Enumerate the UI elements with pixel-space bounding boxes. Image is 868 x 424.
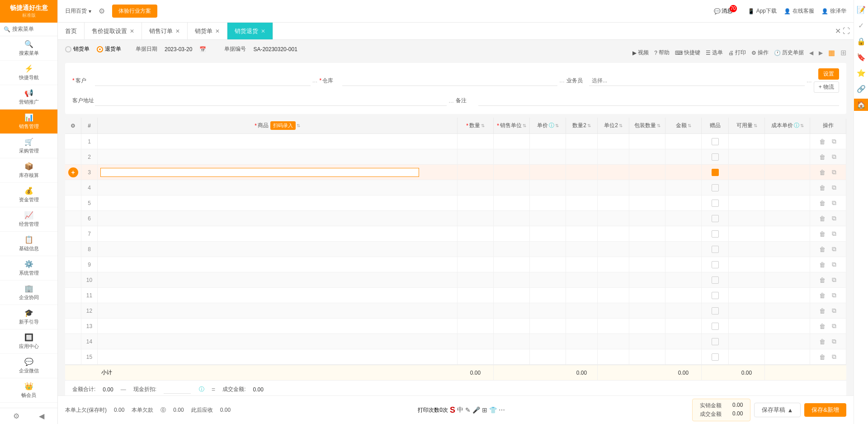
td-qty-7[interactable] xyxy=(458,226,494,241)
settings-bottom-icon[interactable]: ⚙ xyxy=(13,412,19,420)
td-qty-8[interactable] xyxy=(458,242,494,257)
td-unit2-5[interactable] xyxy=(598,195,629,210)
tab-home[interactable]: 首页 xyxy=(58,23,85,39)
sidebar-item-marketing[interactable]: 📢 营销推广 xyxy=(0,85,57,110)
copy-row-9[interactable]: ⧉ xyxy=(829,260,839,270)
td-unit2-12[interactable] xyxy=(598,303,629,318)
td-product-1[interactable] xyxy=(98,134,458,149)
tab-close-sales-return[interactable]: ✕ xyxy=(261,28,265,34)
td-amount-15[interactable] xyxy=(665,349,702,364)
sidebar-item-newbie[interactable]: 🎓 新手引导 xyxy=(0,305,57,329)
td-price-11[interactable] xyxy=(530,288,566,303)
delete-row-7[interactable]: 🗑 xyxy=(817,229,827,239)
copy-row-3[interactable]: ⧉ xyxy=(829,167,839,177)
user-profile[interactable]: 👤 徐泽华 xyxy=(821,7,846,15)
td-price-8[interactable] xyxy=(530,242,566,257)
price-info-icon[interactable]: ⓘ xyxy=(549,122,554,129)
td-gift-1[interactable] xyxy=(702,134,729,149)
td-unit-2[interactable] xyxy=(494,149,530,164)
td-gift-2[interactable] xyxy=(702,149,729,164)
save-draft-button[interactable]: 保存草稿 ▲ xyxy=(754,403,801,417)
radio-delivery[interactable]: 销货单 xyxy=(65,45,90,53)
td-unit-5[interactable] xyxy=(494,195,530,210)
sidebar-search[interactable]: 🔍 搜索菜单 xyxy=(0,23,57,36)
tab-price-settings[interactable]: 售价提取设置✕ xyxy=(85,23,142,39)
video-link[interactable]: ▶ 视频 xyxy=(632,49,649,57)
td-pkg-14[interactable] xyxy=(629,334,665,349)
td-amount-11[interactable] xyxy=(665,288,702,303)
copy-row-5[interactable]: ⧉ xyxy=(829,198,839,208)
table-row[interactable]: 1 🗑 ⧉ xyxy=(65,134,846,149)
delete-row-13[interactable]: 🗑 xyxy=(817,321,827,331)
td-price-9[interactable] xyxy=(530,257,566,272)
sidebar-item-appstore[interactable]: 🔲 应用中心 xyxy=(0,329,57,354)
td-pkg-9[interactable] xyxy=(629,257,665,272)
td-cost-5[interactable] xyxy=(765,195,810,210)
td-product-11[interactable] xyxy=(98,288,458,303)
td-unit-15[interactable] xyxy=(494,349,530,364)
date-picker-icon[interactable]: 📅 xyxy=(199,46,206,52)
table-row[interactable]: 13 🗑 ⧉ xyxy=(65,319,846,334)
td-unit-12[interactable] xyxy=(494,303,530,318)
td-amount-5[interactable] xyxy=(665,195,702,210)
td-qty-3[interactable] xyxy=(458,165,494,180)
td-amount-1[interactable] xyxy=(665,134,702,149)
td-avail-5[interactable] xyxy=(729,195,765,210)
td-gift-13[interactable] xyxy=(702,319,729,333)
td-amount-2[interactable] xyxy=(665,149,702,164)
copy-row-6[interactable]: ⧉ xyxy=(829,214,839,224)
td-amount-3[interactable] xyxy=(665,165,702,180)
address-picker-dots[interactable]: … xyxy=(447,98,456,104)
delete-row-14[interactable]: 🗑 xyxy=(817,337,827,347)
table-row[interactable]: 8 🗑 ⧉ xyxy=(65,242,846,257)
history-link[interactable]: 🕐 历史单据 xyxy=(774,49,804,57)
app-download-button[interactable]: 📱 App下载 xyxy=(748,7,777,15)
td-gift-3[interactable] xyxy=(702,165,729,180)
td-qty2-6[interactable] xyxy=(566,211,598,226)
collapse-icon[interactable]: ◀ xyxy=(39,412,44,420)
topbar-gear-icon[interactable]: ⚙ xyxy=(99,7,105,15)
td-avail-7[interactable] xyxy=(729,226,765,241)
th-product-sort[interactable]: ⇅ xyxy=(297,123,300,128)
customer-picker-dots[interactable]: … xyxy=(311,77,320,84)
sidebar-item-shortcut[interactable]: ⚡ 快捷导航 xyxy=(0,61,57,85)
table-row[interactable]: 11 🗑 ⧉ xyxy=(65,288,846,303)
salesperson-picker-dots[interactable]: … xyxy=(805,77,814,84)
table-row[interactable]: 6 🗑 ⧉ xyxy=(65,211,846,226)
gift-checkbox-11[interactable] xyxy=(712,292,719,299)
td-qty2-8[interactable] xyxy=(566,242,598,257)
td-amount-12[interactable] xyxy=(665,303,702,318)
td-price-6[interactable] xyxy=(530,211,566,226)
td-unit2-6[interactable] xyxy=(598,211,629,226)
td-avail-13[interactable] xyxy=(729,319,765,333)
td-product-4[interactable] xyxy=(98,180,458,195)
trial-button[interactable]: 体验行业方案 xyxy=(112,5,157,18)
td-qty-1[interactable] xyxy=(458,134,494,149)
td-unit-3[interactable] xyxy=(494,165,530,180)
td-qty2-7[interactable] xyxy=(566,226,598,241)
table-row[interactable]: 10 🗑 ⧉ xyxy=(65,272,846,288)
sidebar-item-system[interactable]: ⚙️ 系统管理 xyxy=(0,256,57,281)
td-unit-7[interactable] xyxy=(494,226,530,241)
td-amount-7[interactable] xyxy=(665,226,702,241)
table-row[interactable]: 7 🗑 ⧉ xyxy=(65,226,846,242)
sidebar-item-member[interactable]: 👑 畅会员 xyxy=(0,378,57,403)
copy-row-12[interactable]: ⧉ xyxy=(829,306,839,316)
cost-info-icon[interactable]: ⓘ xyxy=(794,122,799,129)
td-product-6[interactable] xyxy=(98,211,458,226)
td-amount-4[interactable] xyxy=(665,180,702,195)
td-unit2-3[interactable] xyxy=(598,165,629,180)
td-amount-10[interactable] xyxy=(665,272,702,287)
td-avail-6[interactable] xyxy=(729,211,765,226)
td-pkg-5[interactable] xyxy=(629,195,665,210)
td-gift-12[interactable] xyxy=(702,303,729,318)
td-qty2-3[interactable] xyxy=(566,165,598,180)
copy-row-10[interactable]: ⧉ xyxy=(829,275,839,285)
delete-row-8[interactable]: 🗑 xyxy=(817,244,827,254)
td-pkg-7[interactable] xyxy=(629,226,665,241)
copy-row-2[interactable]: ⧉ xyxy=(829,152,839,162)
td-price-2[interactable] xyxy=(530,149,566,164)
td-qty2-15[interactable] xyxy=(566,349,598,364)
gift-checkbox-15[interactable] xyxy=(712,353,719,361)
td-unit2-15[interactable] xyxy=(598,349,629,364)
